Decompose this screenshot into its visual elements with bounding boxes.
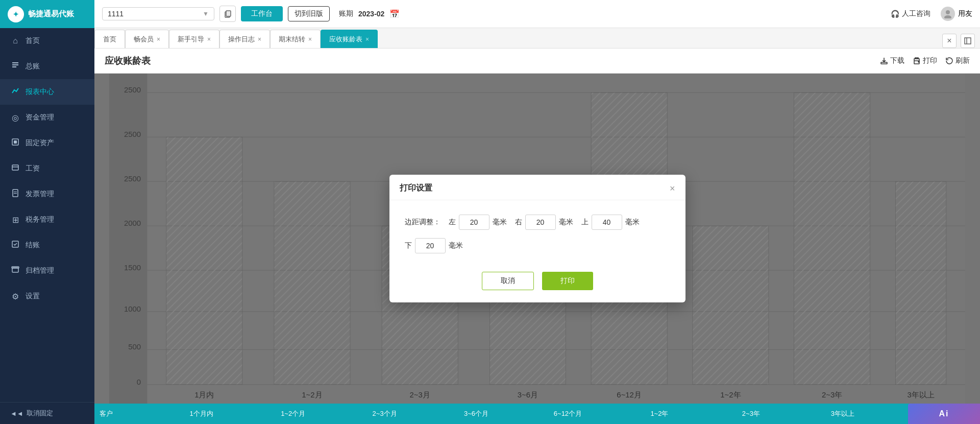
tab-label: 新手引导 <box>178 35 204 44</box>
tab-oplog[interactable]: 操作日志 × <box>219 30 270 48</box>
ai-badge[interactable]: Ai <box>908 404 980 424</box>
sidebar-item-invoice[interactable]: 发票管理 <box>0 181 94 207</box>
maximize-tab-button[interactable] <box>961 34 975 48</box>
refresh-button[interactable]: 刷新 <box>945 56 970 65</box>
tab-label: 操作日志 <box>228 35 255 44</box>
sidebar-item-label: 发票管理 <box>26 190 54 199</box>
copy-button[interactable] <box>219 6 236 22</box>
margin-right-input[interactable] <box>525 215 556 230</box>
close-tab-button[interactable]: × <box>942 34 957 48</box>
tabs-bar: 首页 畅会员 × 新手引导 × 操作日志 × 期末结转 × 应收账龄表 × × <box>94 28 980 49</box>
tab-aging[interactable]: 应收账龄表 × <box>321 30 378 48</box>
svg-rect-1 <box>12 64 18 65</box>
sidebar-item-checkout[interactable]: 结账 <box>0 232 94 258</box>
footer-col-1m: 1个月内 <box>156 409 247 418</box>
dialog-title: 打印设置 <box>400 183 432 194</box>
tab-close-icon[interactable]: × <box>207 36 211 43</box>
tab-close-icon[interactable]: × <box>258 36 261 43</box>
sidebar-footer[interactable]: ◄◄ 取消固定 <box>0 402 94 424</box>
dialog-body: 边距调整： 左 毫米 右 毫米 <box>389 200 685 266</box>
footer-col-3-6m: 3~6个月 <box>430 409 522 418</box>
margin-left-input[interactable] <box>459 215 489 230</box>
sidebar-item-label: 首页 <box>26 36 40 45</box>
sidebar-item-label: 报表中心 <box>26 87 54 97</box>
collapse-icon: ◄◄ <box>10 410 23 417</box>
dialog-footer: 取消 打印 <box>389 266 685 302</box>
sidebar-item-archive[interactable]: 归档管理 <box>0 258 94 284</box>
logo-icon: ✦ <box>8 6 24 22</box>
cancel-button[interactable]: 取消 <box>482 272 534 290</box>
footer-col-2-3m: 2~3个月 <box>339 409 430 418</box>
page-title: 应收账龄表 <box>105 55 151 67</box>
tab-close-icon[interactable]: × <box>365 36 369 43</box>
company-name: 1111 <box>108 10 200 18</box>
download-button[interactable]: 下载 <box>880 56 904 65</box>
sidebar-item-reports[interactable]: 报表中心 <box>0 79 94 105</box>
funds-icon: ◎ <box>10 113 20 123</box>
top-unit: 毫米 <box>625 218 640 227</box>
tab-home[interactable]: 首页 <box>94 30 125 48</box>
tab-close-icon[interactable]: × <box>308 36 312 43</box>
sidebar-item-home[interactable]: ⌂ 首页 <box>0 28 94 54</box>
print-button[interactable]: 打印 <box>913 56 937 65</box>
right-unit: 毫米 <box>559 218 573 227</box>
period-label: 账期 <box>339 9 353 18</box>
margin-top-group: 上 毫米 <box>581 215 640 230</box>
tab-label: 期末结转 <box>279 35 305 44</box>
header-right: 🎧 人工咨询 用友 <box>891 7 972 21</box>
svg-point-16 <box>944 15 951 18</box>
content-area: 应收账龄表 下载 打印 刷新 <box>94 49 980 424</box>
headset-icon: 🎧 <box>891 10 899 18</box>
footer-col-1-2m: 1~2个月 <box>247 409 338 418</box>
tab-label: 畅会员 <box>134 35 154 44</box>
tab-close-icon[interactable]: × <box>157 36 160 43</box>
sidebar-item-salary[interactable]: 工资 <box>0 156 94 181</box>
svg-rect-17 <box>965 38 971 44</box>
svg-rect-0 <box>12 62 18 63</box>
sidebar-item-label: 结账 <box>26 241 40 250</box>
salary-icon <box>10 163 20 174</box>
switch-button[interactable]: 切到旧版 <box>288 6 330 21</box>
tab-label: 应收账龄表 <box>329 35 362 44</box>
print-confirm-button[interactable]: 打印 <box>542 272 593 290</box>
sidebar-logo[interactable]: ✦ 畅捷通易代账 <box>0 0 94 28</box>
tab-label: 首页 <box>103 35 116 44</box>
left-label: 左 <box>449 218 456 227</box>
svg-rect-14 <box>226 11 231 16</box>
margin-top-input[interactable] <box>592 215 622 230</box>
sidebar-item-ledger[interactable]: 总账 <box>0 54 94 79</box>
dropdown-icon: ▼ <box>203 10 209 17</box>
sidebar-item-tax[interactable]: ⊞ 税务管理 <box>0 207 94 232</box>
svg-rect-9 <box>14 193 17 194</box>
close-dialog-button[interactable]: × <box>670 184 675 193</box>
sidebar-item-label: 设置 <box>26 292 40 301</box>
tab-member[interactable]: 畅会员 × <box>125 30 169 48</box>
ai-text: Ai <box>939 409 949 418</box>
modal-overlay: 打印设置 × 边距调整： 左 毫米 右 <box>94 74 980 404</box>
sidebar-item-label: 资金管理 <box>26 113 54 122</box>
invoice-icon <box>10 189 20 199</box>
company-selector[interactable]: 1111 ▼ <box>102 7 214 20</box>
left-unit: 毫米 <box>493 218 507 227</box>
support-label: 人工咨询 <box>902 9 930 18</box>
settings-icon: ⚙ <box>10 292 20 301</box>
margin-bottom-input[interactable] <box>415 238 446 253</box>
worktable-button[interactable]: 工作台 <box>241 6 283 21</box>
tab-closing[interactable]: 期末结转 × <box>270 30 321 48</box>
sidebar: ✦ 畅捷通易代账 ⌂ 首页 总账 报表中心 ◎ 资金管理 固定资产 <box>0 0 94 424</box>
sidebar-item-settings[interactable]: ⚙ 设置 <box>0 284 94 309</box>
svg-rect-21 <box>915 58 918 59</box>
sidebar-item-label: 归档管理 <box>26 266 54 275</box>
footer-col-3y: 3年以上 <box>797 409 888 418</box>
footer-col-6-12m: 6~12个月 <box>522 409 614 418</box>
sidebar-item-assets[interactable]: 固定资产 <box>0 130 94 156</box>
right-label: 右 <box>515 218 522 227</box>
support-button[interactable]: 🎧 人工咨询 <box>891 9 930 18</box>
footer-col-customer: 客户 <box>94 409 156 418</box>
user-info[interactable]: 用友 <box>941 7 972 21</box>
home-icon: ⌂ <box>10 36 20 45</box>
tab-guide[interactable]: 新手引导 × <box>169 30 219 48</box>
top-label: 上 <box>581 218 589 227</box>
sidebar-item-funds[interactable]: ◎ 资金管理 <box>0 105 94 130</box>
calendar-icon[interactable]: 📅 <box>389 9 400 19</box>
